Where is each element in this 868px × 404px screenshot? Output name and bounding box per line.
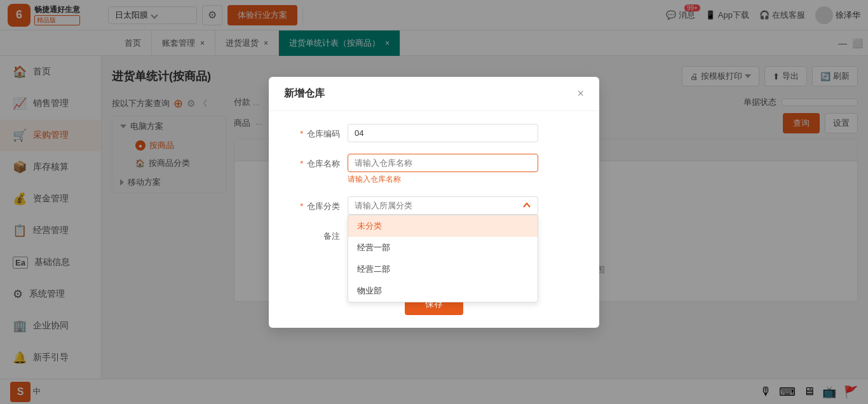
modal-title: 新增仓库 [284,87,325,100]
dropdown-toggle-button[interactable] [515,196,538,215]
category-dropdown: 未分类 经营一部 经营二部 物业部 [348,215,538,302]
warehouse-code-input[interactable] [348,124,538,142]
modal-overlay[interactable]: 新增仓库 × * 仓库编码 * 仓库名称 请输入仓库名称 [0,0,868,404]
name-label: * 仓库名称 [289,154,340,170]
dropdown-item-3[interactable]: 物业部 [348,280,538,302]
form-row-category: * 仓库分类 未分类 经营一部 经营二部 物业部 [289,196,579,215]
category-form-label: * 仓库分类 [289,196,340,212]
modal-header: 新增仓库 × [269,77,599,111]
warehouse-category-input[interactable] [348,196,538,215]
remark-label: 备注 [289,226,340,242]
category-field-wrapper: 未分类 经营一部 经营二部 物业部 [348,196,538,215]
form-row-name: * 仓库名称 请输入仓库名称 [289,154,579,185]
code-label: * 仓库编码 [289,124,340,140]
warehouse-name-input[interactable] [348,154,538,172]
name-field-wrapper: 请输入仓库名称 [348,154,538,185]
dropdown-item-0[interactable]: 未分类 [348,215,538,237]
name-error-message: 请输入仓库名称 [348,174,538,185]
modal-dialog: 新增仓库 × * 仓库编码 * 仓库名称 请输入仓库名称 [269,77,599,328]
chevron-up-icon [521,199,532,211]
modal-close-button[interactable]: × [577,88,584,99]
form-row-code: * 仓库编码 [289,124,579,142]
dropdown-item-1[interactable]: 经营一部 [348,237,538,259]
modal-body: * 仓库编码 * 仓库名称 请输入仓库名称 * [269,111,599,288]
dropdown-item-2[interactable]: 经营二部 [348,259,538,280]
